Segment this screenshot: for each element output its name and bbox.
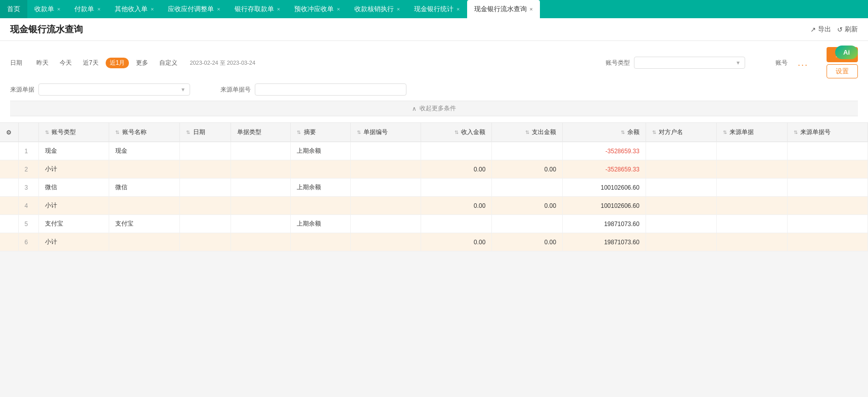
header-actions: ↗ 导出 ↺ 刷新 bbox=[810, 25, 858, 34]
col-summary[interactable]: ⇅ 摘要 bbox=[291, 123, 350, 142]
col-account-name[interactable]: ⇅ 账号名称 bbox=[109, 123, 180, 142]
close-icon[interactable]: × bbox=[57, 6, 60, 12]
settings-button[interactable]: 设置 bbox=[827, 64, 858, 78]
cell-doc-num bbox=[350, 179, 421, 197]
close-icon[interactable]: × bbox=[337, 6, 340, 12]
col-income[interactable]: ⇅ 收入金额 bbox=[421, 123, 492, 142]
source-doc-num-input[interactable] bbox=[255, 83, 406, 96]
nav-receipts[interactable]: 收款单 × bbox=[27, 0, 67, 18]
row-gear[interactable] bbox=[0, 179, 18, 197]
cell-counterparty bbox=[646, 179, 716, 197]
source-doc-num-group: 来源单据号 bbox=[220, 83, 406, 96]
col-source-doc-num[interactable]: ⇅ 来源单据号 bbox=[787, 123, 867, 142]
nav-home[interactable]: 首页 bbox=[0, 0, 27, 18]
cell-account-type: 现金 bbox=[38, 142, 109, 160]
table-row: 1 现金 现金 上期余额 -3528659.33 bbox=[0, 142, 868, 160]
shortcut-more[interactable]: 更多 bbox=[132, 58, 152, 68]
cell-source-doc-num bbox=[787, 142, 867, 160]
date-range-display: 2023-02-24 至 2023-03-24 bbox=[190, 59, 255, 67]
cell-summary: 上期余额 bbox=[291, 215, 350, 233]
cell-doc-num bbox=[350, 215, 421, 233]
col-expense[interactable]: ⇅ 支出金额 bbox=[492, 123, 563, 142]
cell-expense: 0.00 bbox=[492, 160, 563, 179]
page-title: 现金银行流水查询 bbox=[10, 23, 83, 35]
nav-ar-ap-adj[interactable]: 应收应付调整单 × bbox=[161, 0, 227, 18]
table-row: 5 支付宝 支付宝 上期余额 19871073.60 bbox=[0, 215, 868, 233]
cell-summary: 上期余额 bbox=[291, 179, 350, 197]
row-gear[interactable] bbox=[0, 215, 18, 233]
cell-doc-num bbox=[350, 233, 421, 251]
table-row: 3 微信 微信 上期余额 100102606.60 bbox=[0, 179, 868, 197]
nav-bank-deposit[interactable]: 银行存取款单 × bbox=[227, 0, 287, 18]
cell-source-doc-num bbox=[787, 160, 867, 179]
cell-account-name: 支付宝 bbox=[109, 215, 180, 233]
col-settings[interactable]: ⚙ bbox=[0, 123, 18, 142]
cell-source-doc bbox=[716, 142, 787, 160]
nav-cash-bank-stat[interactable]: 现金银行统计 × bbox=[407, 0, 467, 18]
col-date[interactable]: ⇅ 日期 bbox=[180, 123, 231, 142]
close-icon[interactable]: × bbox=[151, 6, 154, 12]
date-label: 日期 bbox=[10, 59, 28, 67]
shortcut-yesterday[interactable]: 昨天 bbox=[32, 58, 53, 68]
sort-icon: ⇅ bbox=[186, 129, 190, 135]
shortcut-custom[interactable]: 自定义 bbox=[155, 58, 181, 68]
cell-summary: 上期余额 bbox=[291, 142, 350, 160]
col-source-doc[interactable]: ⇅ 来源单据 bbox=[716, 123, 787, 142]
cell-date bbox=[180, 215, 231, 233]
table-container: ⚙ ⇅ 账号类型 ⇅ 账号名称 ⇅ 日期 单据类型 bbox=[0, 123, 868, 251]
cell-expense bbox=[492, 142, 563, 160]
close-icon[interactable]: × bbox=[97, 6, 100, 12]
nav-other-income[interactable]: 其他收入单 × bbox=[108, 0, 161, 18]
close-icon[interactable]: × bbox=[530, 6, 533, 12]
collapse-filter-button[interactable]: ∧ 收起更多条件 bbox=[10, 101, 858, 116]
row-gear[interactable] bbox=[0, 197, 18, 215]
close-icon[interactable]: × bbox=[397, 6, 400, 12]
cell-income: 0.00 bbox=[421, 233, 492, 251]
cell-balance: 19871073.60 bbox=[563, 233, 646, 251]
cell-account-name bbox=[109, 160, 180, 179]
cell-counterparty bbox=[646, 160, 716, 179]
cell-account-type: 小计 bbox=[38, 160, 109, 179]
cell-account-type: 小计 bbox=[38, 233, 109, 251]
close-icon[interactable]: × bbox=[277, 6, 280, 12]
sort-icon: ⇅ bbox=[45, 129, 49, 135]
nav-collection-exec[interactable]: 收款核销执行 × bbox=[347, 0, 407, 18]
col-balance[interactable]: ⇅ 余额 bbox=[563, 123, 646, 142]
shortcut-today[interactable]: 今天 bbox=[56, 58, 76, 68]
cell-expense bbox=[492, 179, 563, 197]
page-header: 现金银行流水查询 ↗ 导出 ↺ 刷新 bbox=[0, 18, 868, 41]
row-gear[interactable] bbox=[0, 142, 18, 160]
cell-counterparty bbox=[646, 215, 716, 233]
row-gear[interactable] bbox=[0, 160, 18, 179]
source-doc-select[interactable]: ▾ bbox=[38, 83, 190, 96]
col-account-type[interactable]: ⇅ 账号类型 bbox=[38, 123, 109, 142]
nav-prepay-offset[interactable]: 预收冲应收单 × bbox=[287, 0, 347, 18]
account-label: 账号 bbox=[775, 59, 794, 67]
nav-cash-bank-flow[interactable]: 现金银行流水查询 × bbox=[467, 0, 540, 18]
date-filter-group: 日期 昨天 今天 近7天 近1月 更多 自定义 bbox=[10, 58, 181, 68]
col-doc-num[interactable]: ⇅ 单据编号 bbox=[350, 123, 421, 142]
shortcut-1month[interactable]: 近1月 bbox=[106, 58, 129, 68]
cell-balance: 100102606.60 bbox=[563, 179, 646, 197]
cell-source-doc-num bbox=[787, 215, 867, 233]
refresh-button[interactable]: ↺ 刷新 bbox=[837, 25, 858, 34]
close-icon[interactable]: × bbox=[217, 6, 220, 12]
shortcut-7days[interactable]: 近7天 bbox=[79, 58, 103, 68]
export-icon: ↗ bbox=[810, 26, 816, 33]
nav-payments[interactable]: 付款单 × bbox=[67, 0, 107, 18]
ai-button[interactable]: Ai bbox=[835, 46, 858, 59]
cell-source-doc-num bbox=[787, 179, 867, 197]
account-type-select[interactable]: ▾ bbox=[634, 57, 745, 69]
cell-counterparty bbox=[646, 197, 716, 215]
cell-summary bbox=[291, 197, 350, 215]
gear-icon: ⚙ bbox=[6, 129, 12, 136]
close-icon[interactable]: × bbox=[456, 6, 460, 12]
cell-source-doc bbox=[716, 160, 787, 179]
row-gear[interactable] bbox=[0, 233, 18, 251]
cell-source-doc bbox=[716, 197, 787, 215]
account-select-dots[interactable]: ... bbox=[798, 58, 808, 68]
cell-income: 0.00 bbox=[421, 160, 492, 179]
col-counterparty[interactable]: ⇅ 对方户名 bbox=[646, 123, 716, 142]
cell-date bbox=[180, 179, 231, 197]
export-button[interactable]: ↗ 导出 bbox=[810, 25, 831, 34]
